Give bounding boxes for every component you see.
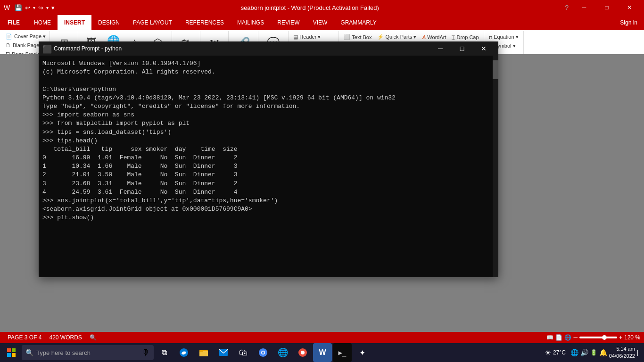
quick-parts-button[interactable]: ⚡ Quick Parts ▾ — [375, 33, 418, 41]
wordart-button[interactable]: A WordArt — [420, 33, 448, 41]
undo-dropdown-icon[interactable]: ▾ — [33, 5, 35, 10]
word-logo-icon: W — [4, 4, 10, 11]
show-desktop-button[interactable]: | — [637, 349, 638, 356]
cmd-line-14: 3 23.68 3.31 Male No Sun Dinner 2 — [42, 180, 495, 188]
file-explorer-icon — [199, 348, 208, 357]
cmd-line-2 — [42, 76, 495, 85]
file-explorer-button[interactable] — [194, 343, 213, 362]
restore-button[interactable]: □ — [596, 0, 618, 15]
tab-design[interactable]: DESIGN — [91, 15, 126, 30]
ribbon-tabs: FILE HOME INSERT DESIGN PAGE LAYOUT REFE… — [0, 15, 644, 30]
edge-button[interactable] — [174, 343, 193, 362]
ms-store-button[interactable]: 🛍 — [234, 343, 253, 362]
cmd-minimize-button[interactable]: ─ — [429, 41, 451, 56]
tab-references[interactable]: REFERENCES — [179, 15, 231, 30]
cmd-line-1: (c) Microsoft Corporation. All rights re… — [42, 68, 495, 76]
word-button[interactable]: W — [313, 343, 332, 362]
svg-rect-6 — [199, 351, 208, 356]
clock-date: 04/06/2022 — [609, 353, 635, 360]
page-count[interactable]: PAGE 3 OF 4 — [4, 334, 45, 341]
cmd-body[interactable]: Microsoft Windows [Version 10.0.19044.17… — [39, 56, 498, 277]
tab-mailings[interactable]: MAILINGS — [231, 15, 271, 30]
start-button[interactable] — [2, 343, 21, 362]
help-icon[interactable]: ? — [565, 4, 569, 11]
task-view-button[interactable]: ⧉ — [155, 343, 173, 362]
minimize-button[interactable]: ─ — [573, 0, 595, 15]
view-controls: 📖 📄 🌐 — [546, 334, 571, 341]
weather-icon[interactable]: ☀ — [545, 348, 551, 357]
terminal-button[interactable]: ▶_ — [333, 343, 352, 362]
search-placeholder: Type here to search — [36, 349, 91, 356]
text-box-button[interactable]: ⬜ Text Box — [342, 33, 373, 41]
tab-grammarly[interactable]: GRAMMARLY — [334, 15, 383, 30]
cmd-close-button[interactable]: ✕ — [473, 41, 495, 56]
title-bar: W 💾 ↩ ▾ ↪ ▾ ▾ seaborn jointplot - Word (… — [0, 0, 644, 15]
web-layout-icon[interactable]: 🌐 — [564, 334, 571, 341]
cmd-line-0: Microsoft Windows [Version 10.0.19044.17… — [42, 59, 495, 68]
cmd-controls: ─ □ ✕ — [429, 41, 495, 56]
taskbar-search[interactable]: 🔍 Type here to search 🎙 — [22, 345, 154, 360]
status-right: 📖 📄 🌐 ─ + 120 % — [546, 334, 640, 341]
cmd-title-bar: ⬛ Command Prompt - python ─ □ ✕ — [39, 41, 498, 56]
cmd-line-3: C:\Users\user>python — [42, 85, 495, 94]
tab-home[interactable]: HOME — [27, 15, 58, 30]
header-button[interactable]: ▤ Header ▾ — [291, 33, 322, 41]
svg-point-11 — [262, 352, 264, 354]
proofing-icon[interactable]: 🔍 — [86, 334, 100, 341]
network-icon[interactable]: 🌐 — [570, 349, 578, 356]
zoom-out-button[interactable]: ─ — [573, 334, 578, 341]
customize-qat-icon[interactable]: ▾ — [51, 4, 55, 11]
zoom-slider[interactable] — [579, 337, 617, 338]
battery-icon[interactable]: 🔋 — [590, 349, 597, 356]
redo-dropdown-icon[interactable]: ▾ — [46, 5, 49, 10]
taskbar-clock[interactable]: 5:14 am 04/06/2022 — [609, 346, 635, 360]
equation-icon: π — [489, 34, 493, 40]
sign-in-button[interactable]: Sign in — [613, 19, 644, 26]
app2-button[interactable]: ✦ — [353, 343, 372, 362]
svg-rect-3 — [12, 353, 16, 357]
cmd-line-5: Type "help", "copyright", "credits" or "… — [42, 102, 495, 111]
cover-page-button[interactable]: 📄 Cover Page ▾ — [5, 33, 47, 40]
tab-insert[interactable]: INSERT — [58, 15, 91, 30]
volume-icon[interactable]: 🔊 — [580, 349, 588, 356]
cover-page-icon: 📄 — [6, 33, 12, 40]
zoom-percent[interactable]: 120 % — [624, 334, 640, 341]
cmd-maximize-button[interactable]: □ — [451, 41, 473, 56]
close-button[interactable]: ✕ — [619, 0, 640, 15]
blank-page-button[interactable]: 🗋 Blank Page — [5, 42, 40, 49]
tab-page-layout[interactable]: PAGE LAYOUT — [126, 15, 179, 30]
zoom-thumb — [602, 335, 607, 340]
browser2-button[interactable]: 🌐 — [273, 343, 292, 362]
clock-time: 5:14 am — [609, 346, 635, 353]
mail-button[interactable] — [214, 343, 233, 362]
blank-page-icon: 🗋 — [6, 42, 11, 48]
cmd-line-15: 4 24.59 3.61 Female No Sun Dinner 4 — [42, 188, 495, 197]
dropcap-button[interactable]: ⌶ Drop Cap — [450, 33, 480, 41]
tab-view[interactable]: VIEW — [306, 15, 334, 30]
chrome-button[interactable] — [254, 343, 272, 362]
print-layout-icon[interactable]: 📄 — [555, 334, 562, 341]
zoom-bar: ─ + 120 % — [573, 334, 640, 341]
save-icon[interactable]: 💾 — [15, 4, 22, 11]
windows-logo-icon — [7, 348, 16, 357]
zoom-in-button[interactable]: + — [619, 334, 622, 341]
redo-icon[interactable]: ↪ — [38, 4, 43, 11]
cmd-line-6: >>> import seaborn as sns — [42, 111, 495, 119]
cmd-line-7: >>> from matplotlib import pyplot as plt — [42, 119, 495, 128]
cmd-line-12: 1 10.34 1.66 Male No Sun Dinner 3 — [42, 162, 495, 171]
undo-icon[interactable]: ↩ — [25, 4, 30, 11]
notification-icon[interactable]: 🔔 — [599, 349, 607, 356]
read-mode-icon[interactable]: 📖 — [546, 334, 553, 341]
chrome2-button[interactable] — [293, 343, 312, 362]
cmd-scrollbar[interactable] — [493, 56, 498, 277]
tab-review[interactable]: REVIEW — [271, 15, 306, 30]
svg-rect-7 — [199, 350, 203, 352]
cmd-line-16: >>> sns.jointplot(x='total_bill',y='tip'… — [42, 197, 495, 205]
equation-button[interactable]: π Equation ▾ — [487, 33, 520, 41]
cmd-title-text: Command Prompt - python — [54, 45, 426, 52]
tab-file[interactable]: FILE — [0, 15, 27, 30]
chrome-icon — [258, 348, 268, 357]
word-count[interactable]: 420 WORDS — [45, 334, 85, 341]
title-bar-controls: ? ─ □ ✕ — [565, 0, 640, 15]
command-prompt-window: ⬛ Command Prompt - python ─ □ ✕ Microsof… — [39, 41, 498, 277]
